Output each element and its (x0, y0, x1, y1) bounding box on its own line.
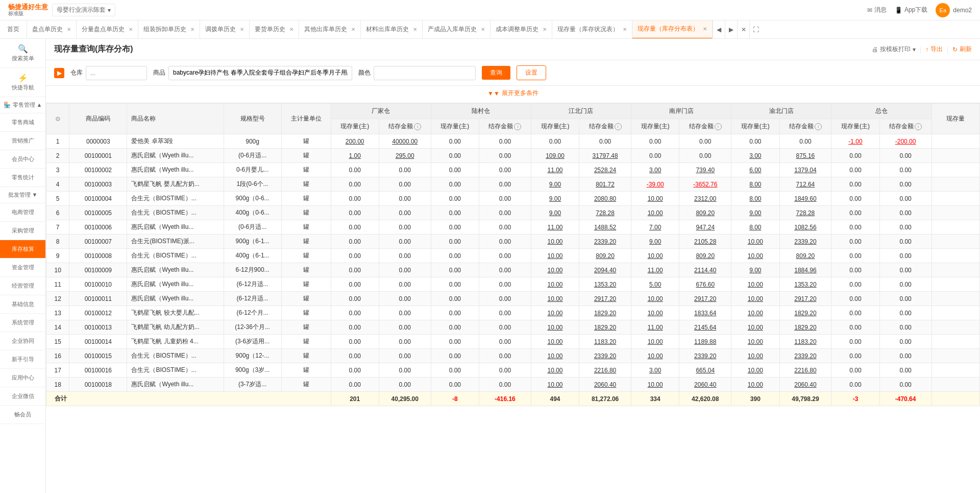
cell-wh-6[interactable]: 3.00 (631, 163, 679, 177)
info-icon[interactable]: i (414, 123, 421, 130)
cell-wh-7[interactable]: 809.20 (679, 206, 731, 220)
cell-wh-9[interactable]: 875.16 (779, 149, 831, 163)
cell-wh-7[interactable]: 739.40 (679, 163, 731, 177)
cell-wh-6[interactable]: 10.00 (631, 206, 679, 220)
tab-prev-btn[interactable]: ◀ (713, 20, 725, 39)
cell-wh-7[interactable]: 2339.20 (679, 349, 731, 363)
cell-wh-8[interactable]: 8.00 (731, 220, 779, 234)
sidebar-item-member[interactable]: 会员中心 (0, 150, 45, 169)
cell-wh-7[interactable]: 2114.40 (679, 263, 731, 277)
cell-wh-6[interactable]: 7.00 (631, 220, 679, 234)
tab-pandian[interactable]: 盘点单历史✕ (27, 20, 77, 39)
sidebar-item-purchase[interactable]: 采购管理 (0, 222, 45, 240)
tab-zuhe[interactable]: 组装拆卸单历史✕ (138, 20, 200, 39)
cell-wh-5[interactable]: 1829.20 (579, 306, 631, 320)
cell-wh-6[interactable]: 10.00 (631, 192, 679, 206)
expand-conditions-btn[interactable]: ▼▼ 展开更多条件 (54, 87, 972, 100)
info-icon[interactable]: i (715, 123, 722, 130)
cell-wh-6[interactable]: 11.00 (631, 263, 679, 277)
cell-wh-4[interactable]: 10.00 (531, 363, 579, 378)
cell-wh-6[interactable]: 10.00 (631, 306, 679, 320)
cell-wh-8[interactable]: 10.00 (731, 335, 779, 349)
cell-wh-5[interactable]: 2080.80 (579, 192, 631, 206)
cell-wh-8[interactable]: 10.00 (731, 292, 779, 306)
tab-home[interactable]: 首页 (0, 20, 27, 39)
cell-wh-4[interactable]: 10.00 (531, 320, 579, 335)
cell-wh-8[interactable]: 6.00 (731, 163, 779, 177)
cell-wh-9[interactable]: 1353.20 (779, 277, 831, 292)
sidebar-item-finance[interactable]: 资金管理 (0, 259, 45, 277)
cell-wh-5[interactable]: 2339.20 (579, 234, 631, 249)
sidebar-item-mall[interactable]: 零售商城 (0, 113, 45, 132)
cell-wh-8[interactable]: 10.00 (731, 306, 779, 320)
cell-wh-6[interactable]: -39.00 (631, 177, 679, 192)
close-icon[interactable]: ✕ (351, 27, 355, 32)
sidebar-item-stats[interactable]: 零售统计 (0, 169, 45, 187)
user-info[interactable]: Ea demo2 (936, 3, 972, 17)
cell-wh-4[interactable]: 10.00 (531, 378, 579, 392)
cell-wh-5[interactable]: 2060.40 (579, 378, 631, 392)
cell-wh-6[interactable]: 10.00 (631, 292, 679, 306)
cell-wh-8[interactable]: 9.00 (731, 206, 779, 220)
close-icon[interactable]: ✕ (703, 26, 707, 32)
cell-wh-9[interactable]: 1379.04 (779, 163, 831, 177)
cell-wh-8[interactable]: 10.00 (731, 349, 779, 363)
sidebar-item-collab[interactable]: 企业协同 (0, 332, 45, 350)
cell-wh-4[interactable]: 11.00 (531, 163, 579, 177)
cell-wh-4[interactable]: 10.00 (531, 263, 579, 277)
sidebar-item-guide[interactable]: 新手引导 (0, 350, 45, 369)
cell-wh-4[interactable]: 109.00 (531, 149, 579, 163)
sidebar-item-vip[interactable]: 畅会员 (0, 406, 45, 424)
sidebar-item-wholesale[interactable]: 批发管理 ▼ (0, 187, 45, 203)
cell-wh-9[interactable]: 1829.20 (779, 306, 831, 320)
cell-wh-9[interactable]: 712.64 (779, 177, 831, 192)
cell-wh-8[interactable]: 3.00 (731, 149, 779, 163)
sidebar-item-marketing[interactable]: 营销推广 (0, 132, 45, 150)
sidebar-item-ecom[interactable]: 电商管理 (0, 203, 45, 222)
tab-chengpin[interactable]: 产成品入库单历史✕ (423, 20, 491, 39)
cell-wh-9[interactable]: 2060.40 (779, 378, 831, 392)
cell-wh-6[interactable]: 3.00 (631, 363, 679, 378)
cell-wh-11[interactable]: -200.00 (879, 134, 932, 149)
cell-wh-5[interactable]: 2528.24 (579, 163, 631, 177)
tab-diaobopan[interactable]: 调拨单历史✕ (200, 20, 250, 39)
cell-wh-0[interactable]: 1.00 (331, 149, 379, 163)
message-btn[interactable]: ✉ 消息 (867, 6, 887, 14)
cell-wh-4[interactable]: 11.00 (531, 220, 579, 234)
cell-wh-9[interactable]: 728.28 (779, 206, 831, 220)
close-icon[interactable]: ✕ (623, 27, 627, 32)
cell-wh-8[interactable]: 10.00 (731, 249, 779, 263)
cell-wh-8[interactable]: 8.00 (731, 192, 779, 206)
cell-wh-4[interactable]: 10.00 (531, 249, 579, 263)
cell-wh-9[interactable]: 2339.20 (779, 349, 831, 363)
cell-wh-7[interactable]: 2105.28 (679, 234, 731, 249)
sidebar-item-base[interactable]: 基础信息 (0, 295, 45, 314)
cell-wh-5[interactable]: 1183.20 (579, 335, 631, 349)
cell-wh-8[interactable]: 10.00 (731, 378, 779, 392)
cell-wh-0[interactable]: 200.00 (331, 134, 379, 149)
cell-wh-4[interactable]: 9.00 (531, 206, 579, 220)
cell-wh-9[interactable]: 1829.20 (779, 320, 831, 335)
cell-wh-8[interactable]: 8.00 (731, 177, 779, 192)
warehouse-input[interactable] (86, 66, 147, 80)
tab-xiancun2[interactable]: 现存量（库存分布表）✕ (632, 20, 713, 39)
cell-wh-5[interactable]: 1488.52 (579, 220, 631, 234)
cell-wh-8[interactable]: 10.00 (731, 277, 779, 292)
cell-wh-6[interactable]: 11.00 (631, 320, 679, 335)
cell-wh-9[interactable]: 1082.56 (779, 220, 831, 234)
tab-qita[interactable]: 其他出库单历史✕ (299, 20, 361, 39)
cell-wh-4[interactable]: 10.00 (531, 306, 579, 320)
cell-wh-5[interactable]: 2094.40 (579, 263, 631, 277)
sidebar-item-apps[interactable]: 应用中心 (0, 369, 45, 387)
cell-wh-6[interactable]: 5.00 (631, 277, 679, 292)
close-icon[interactable]: ✕ (481, 27, 485, 32)
cell-wh-8[interactable]: 10.00 (731, 363, 779, 378)
cell-wh-8[interactable]: 9.00 (731, 263, 779, 277)
cell-wh-7[interactable]: 947.24 (679, 220, 731, 234)
cell-wh-7[interactable]: 809.20 (679, 249, 731, 263)
cell-wh-6[interactable]: 9.00 (631, 234, 679, 249)
cell-wh-4[interactable]: 10.00 (531, 277, 579, 292)
cell-wh-4[interactable]: 10.00 (531, 234, 579, 249)
cell-wh-5[interactable]: 1829.20 (579, 320, 631, 335)
cell-wh-7[interactable]: 676.60 (679, 277, 731, 292)
